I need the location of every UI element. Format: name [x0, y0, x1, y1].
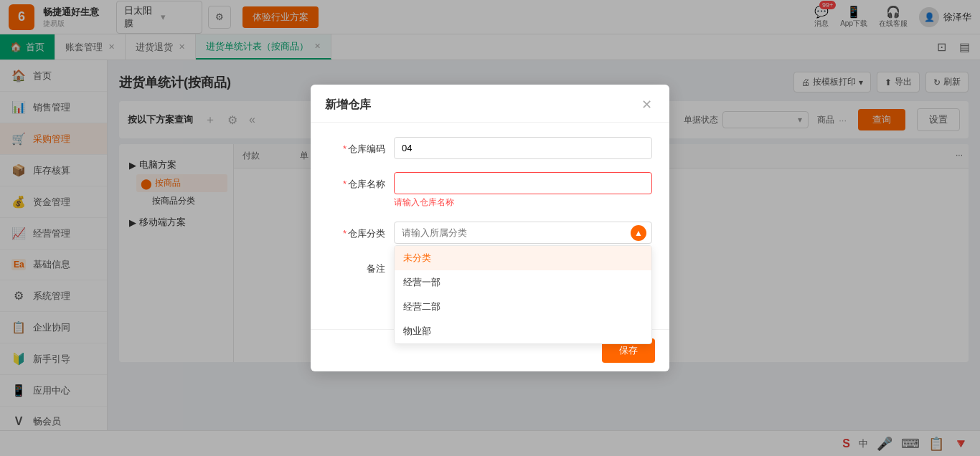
- modal-body: 仓库编码 仓库名称 请输入仓库名称 仓库分类 ▲: [311, 123, 669, 329]
- warehouse-category-input[interactable]: [394, 222, 652, 244]
- warehouse-name-error: 请输入仓库名称: [394, 196, 652, 209]
- modal-header: 新增仓库 ✕: [311, 85, 669, 123]
- form-row-name: 仓库名称 请输入仓库名称: [328, 172, 652, 209]
- warehouse-name-control: 请输入仓库名称: [394, 172, 652, 209]
- remark-label: 备注: [328, 257, 385, 275]
- form-row-category: 仓库分类 ▲ 未分类 经营一部 经营二部 物业部: [328, 222, 652, 244]
- modal-add-warehouse: 新增仓库 ✕ 仓库编码 仓库名称 请输入仓库名称 仓库分类: [311, 85, 669, 371]
- dropdown-item-unclassified[interactable]: 未分类: [395, 246, 651, 270]
- chevron-up-icon[interactable]: ▲: [631, 225, 646, 241]
- dropdown-item-dept1[interactable]: 经营一部: [395, 270, 651, 295]
- warehouse-category-label: 仓库分类: [328, 222, 385, 240]
- dropdown-item-dept3[interactable]: 物业部: [395, 319, 651, 343]
- warehouse-category-control: ▲ 未分类 经营一部 经营二部 物业部: [394, 222, 652, 244]
- warehouse-code-input[interactable]: [394, 137, 652, 159]
- modal-close-button[interactable]: ✕: [638, 96, 655, 113]
- form-row-code: 仓库编码: [328, 137, 652, 159]
- warehouse-code-control: [394, 137, 652, 159]
- modal-overlay[interactable]: 新增仓库 ✕ 仓库编码 仓库名称 请输入仓库名称 仓库分类: [0, 0, 980, 456]
- warehouse-code-label: 仓库编码: [328, 137, 385, 156]
- warehouse-name-label: 仓库名称: [328, 172, 385, 191]
- warehouse-name-input[interactable]: [394, 172, 652, 194]
- category-dropdown: 未分类 经营一部 经营二部 物业部: [394, 245, 652, 344]
- dropdown-item-dept2[interactable]: 经营二部: [395, 295, 651, 319]
- warehouse-category-select-wrapper: ▲ 未分类 经营一部 经营二部 物业部: [394, 222, 652, 244]
- modal-title: 新增仓库: [325, 98, 371, 113]
